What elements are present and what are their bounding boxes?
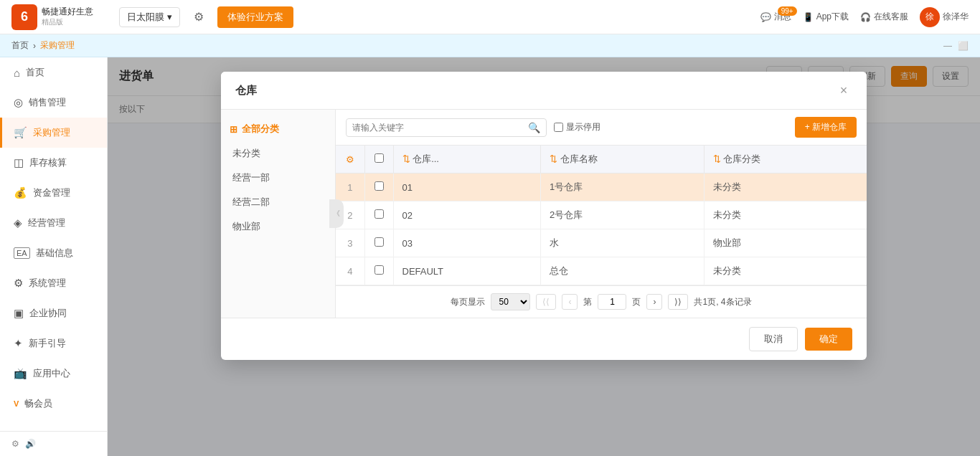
- breadcrumb: 首页 › 采购管理 — ⬜: [0, 34, 980, 57]
- window-maximize-icon[interactable]: ⬜: [958, 41, 969, 51]
- inventory-icon: ◫: [14, 156, 24, 169]
- row-checkbox[interactable]: [364, 257, 393, 285]
- store-selector[interactable]: 日太阳膜 ▾: [119, 7, 180, 27]
- search-icon[interactable]: 🔍: [528, 122, 540, 133]
- logo-area: 6 畅捷通好生意 精品版: [11, 4, 119, 30]
- search-input[interactable]: [352, 123, 524, 133]
- first-page-btn[interactable]: ⟨⟨: [536, 294, 556, 310]
- per-page-select[interactable]: 50 100: [491, 293, 530, 310]
- sidebar-item-basic[interactable]: EA 基础信息: [0, 238, 107, 268]
- row-num: 3: [336, 229, 364, 257]
- table-row[interactable]: 1 01 1号仓库 未分类: [336, 174, 867, 201]
- last-page-btn[interactable]: ⟩⟩: [668, 294, 688, 310]
- sidebar-bottom[interactable]: ⚙ 🔊: [0, 431, 107, 456]
- trial-button[interactable]: 体验行业方案: [217, 6, 293, 28]
- table-row[interactable]: 2 02 2号仓库 未分类: [336, 201, 867, 229]
- guide-icon: ✦: [14, 337, 23, 350]
- sidebar-item-inventory[interactable]: ◫ 库存核算: [0, 148, 107, 178]
- table-row[interactable]: 3 03 水 物业部: [336, 229, 867, 257]
- row-checkbox[interactable]: [364, 174, 393, 201]
- breadcrumb-home[interactable]: 首页: [11, 39, 29, 52]
- message-item[interactable]: 💬 消息 99+: [760, 11, 791, 23]
- finance-icon: 💰: [14, 186, 27, 199]
- member-icon: V: [14, 399, 19, 408]
- add-warehouse-button[interactable]: + 新增仓库: [795, 117, 857, 138]
- row-checkbox[interactable]: [364, 229, 393, 257]
- sidebar-item-finance[interactable]: 💰 资金管理: [0, 178, 107, 208]
- th-name: ⇅ 仓库名称: [540, 146, 704, 174]
- sidebar-item-operations[interactable]: ◈ 经营管理: [0, 208, 107, 238]
- sort-icon-name: ⇅: [550, 153, 557, 164]
- system-icon: ⚙: [14, 277, 23, 290]
- category-collapse-btn[interactable]: 《: [329, 199, 344, 228]
- sidebar-label-home: 首页: [26, 66, 44, 79]
- sales-icon: ◎: [14, 96, 23, 109]
- sidebar-label-finance: 资金管理: [33, 186, 70, 199]
- select-all-checkbox[interactable]: [374, 153, 384, 163]
- table-row[interactable]: 4 DEFAULT 总仓 未分类: [336, 257, 867, 285]
- enterprise-icon: ▣: [14, 307, 24, 320]
- page-label: 第: [583, 296, 592, 308]
- settings-icon-btn[interactable]: ⚙: [187, 6, 210, 29]
- category-item-ops2[interactable]: 经营二部: [221, 190, 335, 214]
- app-download-item[interactable]: 📱 App下载: [803, 11, 849, 23]
- row-checkbox[interactable]: [364, 201, 393, 229]
- category-item-ops1[interactable]: 经营一部: [221, 166, 335, 190]
- all-category-label: 全部分类: [242, 123, 279, 136]
- operations-icon: ◈: [14, 217, 22, 229]
- header-middle: 日太阳膜 ▾ ⚙ 体验行业方案: [119, 6, 760, 29]
- sidebar-item-home[interactable]: ⌂ 首页: [0, 57, 107, 87]
- next-page-btn[interactable]: ›: [646, 294, 662, 310]
- purchase-icon: 🛒: [14, 126, 27, 139]
- sidebar-item-enterprise[interactable]: ▣ 企业协同: [0, 298, 107, 328]
- show-disabled-label: 显示停用: [566, 121, 600, 133]
- logo-sub: 精品版: [42, 17, 93, 27]
- sidebar-label-basic: 基础信息: [36, 247, 73, 260]
- content-area: 进货单 打印 导出 刷新 查询 设置 按以下 仓库 ×: [108, 57, 980, 456]
- row-name: 1号仓库: [540, 174, 704, 201]
- dropdown-arrow-icon: ▾: [167, 11, 172, 22]
- avatar: 徐: [920, 7, 940, 27]
- sidebar-label-appcenter: 应用中心: [33, 367, 70, 380]
- table-toolbar: 🔍 显示停用 + 新增仓库: [336, 110, 867, 146]
- sidebar-label-member: 畅会员: [24, 397, 52, 410]
- show-disabled-checkbox-label[interactable]: 显示停用: [554, 121, 600, 133]
- sidebar-item-member[interactable]: V 畅会员: [0, 389, 107, 419]
- table-area: 🔍 显示停用 + 新增仓库: [336, 110, 867, 318]
- message-badge: 99+: [778, 6, 797, 16]
- cancel-button[interactable]: 取消: [749, 327, 798, 351]
- sidebar-settings-icon: ⚙: [11, 439, 19, 449]
- sidebar-item-guide[interactable]: ✦ 新手引导: [0, 328, 107, 358]
- show-disabled-checkbox[interactable]: [554, 123, 563, 132]
- store-name: 日太阳膜: [127, 11, 164, 24]
- page-input[interactable]: [598, 294, 626, 310]
- sidebar-item-appcenter[interactable]: 📺 应用中心: [0, 358, 107, 389]
- prev-page-btn[interactable]: ‹: [562, 294, 578, 310]
- sidebar-label-enterprise: 企业协同: [29, 307, 67, 320]
- sidebar-item-sales[interactable]: ◎ 销售管理: [0, 87, 107, 118]
- row-num: 1: [336, 174, 364, 201]
- user-item[interactable]: 徐 徐泽华: [920, 7, 969, 27]
- row-code: 01: [393, 174, 540, 201]
- category-item-unclassified[interactable]: 未分类: [221, 141, 335, 166]
- header-right: 💬 消息 99+ 📱 App下载 🎧 在线客服 徐 徐泽华: [760, 7, 969, 27]
- row-num: 4: [336, 257, 364, 285]
- window-minimize-icon[interactable]: —: [943, 41, 952, 51]
- th-settings-icon[interactable]: ⚙: [346, 154, 354, 165]
- sidebar-item-purchase[interactable]: 🛒 采购管理: [0, 118, 107, 148]
- row-code: 03: [393, 229, 540, 257]
- category-item-property[interactable]: 物业部: [221, 214, 335, 239]
- per-page-label: 每页显示: [451, 296, 485, 308]
- online-service-item[interactable]: 🎧 在线客服: [860, 11, 908, 23]
- app-icon: 📱: [803, 12, 814, 22]
- modal-close-button[interactable]: ×: [835, 82, 852, 99]
- sidebar-item-system[interactable]: ⚙ 系统管理: [0, 268, 107, 298]
- headset-icon: 🎧: [860, 12, 871, 22]
- top-header: 6 畅捷通好生意 精品版 日太阳膜 ▾ ⚙ 体验行业方案 💬 消息 99+ 📱 …: [0, 0, 980, 34]
- all-category-btn[interactable]: ⊞ 全部分类: [221, 117, 335, 141]
- pagination: 每页显示 50 100 ⟨⟨ ‹ 第 页 › ⟩⟩: [336, 285, 867, 318]
- table-body: 1 01 1号仓库 未分类 2 02: [336, 174, 867, 285]
- row-category: 未分类: [704, 257, 867, 285]
- sidebar-label-sales: 销售管理: [29, 96, 66, 109]
- confirm-button[interactable]: 确定: [805, 328, 852, 351]
